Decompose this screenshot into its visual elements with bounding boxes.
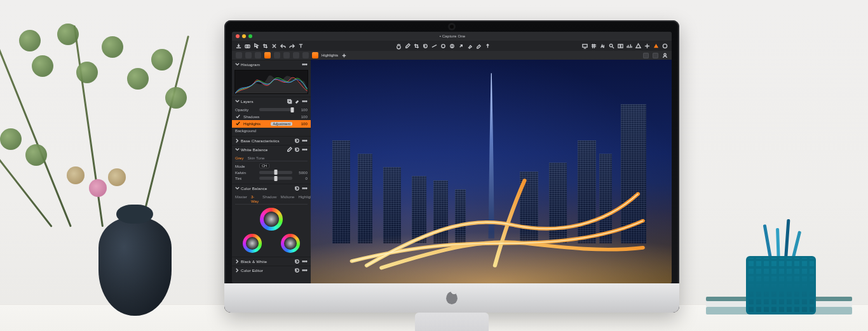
- heal-icon[interactable]: [458, 43, 464, 49]
- warning-icon[interactable]: [653, 43, 659, 49]
- wb-tab-skin[interactable]: Skin Tone: [247, 155, 264, 161]
- wb-mode-value[interactable]: CH: [259, 163, 269, 168]
- checkmark-icon[interactable]: [235, 121, 241, 126]
- chevron-right-icon[interactable]: [235, 139, 239, 143]
- svg-point-13: [306, 64, 306, 65]
- cb-tabs[interactable]: Master 3-Way Shadow Midtone Highlight: [235, 194, 308, 205]
- tooltab-output-icon[interactable]: [312, 52, 318, 58]
- panel-menu-icon[interactable]: [302, 138, 308, 144]
- cb-tab-master[interactable]: Master: [235, 194, 247, 204]
- chevron-down-icon[interactable]: [235, 148, 239, 152]
- capture-icon[interactable]: [245, 43, 250, 49]
- cb-tab-3way[interactable]: 3-Way: [251, 194, 259, 204]
- wb-kelvin-label: Kelvin: [235, 170, 257, 175]
- apple-logo-icon: [446, 292, 458, 304]
- cursor-icon[interactable]: [254, 43, 259, 49]
- tooltab-details-icon[interactable]: [283, 52, 290, 58]
- svg-point-10: [664, 53, 666, 55]
- picker-icon[interactable]: [287, 147, 292, 152]
- svg-point-1: [247, 45, 248, 47]
- tooltab-color-icon[interactable]: [264, 52, 271, 58]
- cb-tab-shadow[interactable]: Shadow: [262, 194, 276, 204]
- proof-icon[interactable]: [600, 43, 606, 49]
- wb-tab-grey[interactable]: Grey: [235, 155, 243, 161]
- before-icon[interactable]: [618, 43, 623, 49]
- annotation-icon[interactable]: [662, 43, 668, 49]
- window-close-button[interactable]: [236, 34, 240, 38]
- panel-menu-icon[interactable]: [302, 147, 308, 152]
- chevron-right-icon[interactable]: [235, 260, 239, 264]
- chevron-down-icon[interactable]: [235, 100, 239, 104]
- panel-menu-icon[interactable]: [302, 62, 308, 67]
- close-icon[interactable]: [271, 43, 277, 49]
- add-tooltab-icon[interactable]: [341, 53, 347, 58]
- exposure-warning-icon[interactable]: [635, 43, 641, 49]
- svg-point-22: [302, 149, 303, 150]
- layer-badge: Adjustment: [271, 122, 292, 126]
- panel-menu-icon[interactable]: [302, 267, 308, 273]
- panel-menu-icon[interactable]: [302, 186, 308, 191]
- svg-point-5: [609, 44, 613, 47]
- grid-icon[interactable]: [591, 43, 597, 49]
- wb-kelvin-slider[interactable]: [259, 171, 292, 174]
- view-mode-multi-icon[interactable]: [653, 53, 658, 58]
- panel-base-characteristics: Base Characteristics: [232, 136, 311, 145]
- cb-tab-mid[interactable]: Midtone: [280, 194, 294, 204]
- screen-icon[interactable]: [582, 43, 588, 49]
- color-wheel-highlight[interactable]: [281, 234, 300, 253]
- panel-title: Base Characteristics: [241, 138, 292, 143]
- text-icon[interactable]: [298, 43, 304, 49]
- wb-tabs[interactable]: Grey Skin Tone: [235, 155, 308, 161]
- straighten-icon[interactable]: [431, 43, 437, 49]
- copy-icon[interactable]: [287, 98, 292, 104]
- focus-icon[interactable]: [644, 43, 650, 49]
- histogram-toggle-icon[interactable]: [627, 43, 632, 49]
- tooltab-library-icon[interactable]: [236, 52, 242, 58]
- rotate-icon[interactable]: [423, 43, 428, 49]
- tooltab-adjust-icon[interactable]: [293, 52, 299, 58]
- user-icon[interactable]: [662, 53, 668, 58]
- window-minimize-button[interactable]: [242, 34, 246, 38]
- reset-icon[interactable]: [294, 138, 300, 144]
- mask-icon[interactable]: [449, 43, 455, 49]
- chevron-down-icon[interactable]: [235, 63, 239, 67]
- tooltab-lens-icon[interactable]: [255, 52, 261, 58]
- picker-icon[interactable]: [405, 43, 410, 49]
- chevron-down-icon[interactable]: [235, 187, 239, 191]
- color-wheel-midtone[interactable]: [243, 234, 262, 253]
- window-zoom-button[interactable]: [248, 34, 252, 38]
- opacity-slider[interactable]: [259, 108, 292, 111]
- cb-tab-high[interactable]: Highlight: [298, 194, 311, 204]
- zoom-icon[interactable]: [609, 43, 614, 49]
- reset-icon[interactable]: [294, 267, 300, 273]
- crop2-icon[interactable]: [414, 43, 419, 49]
- import-icon[interactable]: [236, 43, 241, 49]
- layer-row[interactable]: Shadows 100: [235, 112, 308, 119]
- spot-icon[interactable]: [440, 43, 446, 49]
- brush-icon[interactable]: [467, 43, 473, 49]
- tooltab-capture-icon[interactable]: [245, 52, 252, 58]
- brush-icon[interactable]: [294, 98, 300, 104]
- panel-menu-icon[interactable]: [302, 98, 308, 104]
- reset-icon[interactable]: [294, 147, 300, 152]
- checkmark-icon[interactable]: [235, 114, 241, 119]
- reset-icon[interactable]: [294, 186, 300, 191]
- layer-row-selected[interactable]: Highlights Adjustment 100: [232, 120, 311, 128]
- chevron-right-icon[interactable]: [235, 269, 239, 273]
- wb-tint-slider[interactable]: [259, 177, 292, 180]
- tool-side-panel: Histogram: [232, 60, 311, 283]
- reset-icon[interactable]: [294, 259, 300, 264]
- redo-icon[interactable]: [289, 43, 295, 49]
- hand-icon[interactable]: [396, 43, 402, 49]
- undo-icon[interactable]: [280, 43, 286, 49]
- image-viewer[interactable]: [311, 60, 672, 283]
- crop-icon[interactable]: [262, 43, 268, 49]
- view-mode-single-icon[interactable]: [643, 53, 649, 58]
- color-wheel-shadow[interactable]: [260, 208, 283, 231]
- tooltab-exposure-icon[interactable]: [274, 52, 280, 58]
- panel-menu-icon[interactable]: [302, 259, 308, 264]
- layer-row[interactable]: Background: [235, 128, 308, 133]
- erase-icon[interactable]: [476, 43, 482, 49]
- tooltab-meta-icon[interactable]: [302, 52, 309, 58]
- arrow-icon[interactable]: [485, 43, 491, 49]
